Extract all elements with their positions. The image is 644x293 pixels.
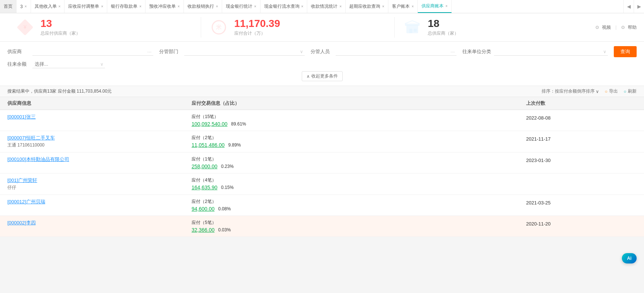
filter-balance: 往来余额 ∨ [7,60,105,68]
nav-close-customer-ledger[interactable]: × [412,4,414,8]
supplier-info-1: [000007]恒旺二手叉车王通 17106110000 [7,135,192,148]
store-icon [402,17,423,38]
nav-item-overdue-ar[interactable]: 超期应收款查询× [346,0,388,13]
person-input[interactable] [336,48,449,55]
dept-dropdown-icon[interactable]: ∨ [298,49,305,54]
divider: ｜ [614,24,618,31]
table-row: [000007]恒旺二手叉车王通 17106110000应付（2笔）11,051… [0,131,644,152]
nav-arrow-right[interactable]: ▶ [634,0,644,13]
trans-label-2: 应付（1笔） [192,156,526,162]
balance-input-wrap: ∨ [32,60,105,68]
supplier-input-wrap: ··· [32,48,153,56]
trans-amount-5[interactable]: 32,366.00 [192,227,214,233]
filter-unit-type: 往来单位分类 ∨ [462,48,608,56]
supplier-link-1[interactable]: [000007]恒旺二手叉车 [7,135,192,141]
nav-close-prepay-ar[interactable]: × [178,4,180,8]
nav-item-receipt-verify[interactable]: 收款核销执行× [184,0,222,13]
balance-input[interactable] [32,60,99,68]
transaction-info-0: 应付（15笔）100,092,540.0089.61% [192,114,526,127]
nav-close-overdue-ar[interactable]: × [382,4,384,8]
nav-arrow-left[interactable]: ◀ [623,0,634,13]
table-row: [000001]张三应付（15笔）100,092,540.0089.61%202… [0,110,644,131]
col-header-supplier: 供应商信息 [7,100,192,107]
transaction-info-5: 应付（5笔）32,366.000.03% [192,220,526,233]
result-summary: 搜索结果中，供应商13家 应付金额 111,703,854.00元 [7,88,112,94]
nav-item-prepay-ar[interactable]: 预收冲应收单× [146,0,184,13]
supplier-link-2[interactable]: [000100]本特勤油品有限公司 [7,156,192,163]
nav-item-home[interactable]: 首页 [0,0,17,13]
unit-type-input[interactable] [494,48,602,55]
trans-label-5: 应付（5笔） [192,220,526,226]
nav-item-receipt-stat[interactable]: 收款情况统计× [307,0,346,13]
collapse-button[interactable]: ∧ 收起更多条件 [302,71,343,81]
stat-total-payable-amount: 米 11,170.39 应付合计（万） [201,17,395,38]
stat-total-payable-suppliers: ¥ 13 总应付供应商（家） [7,17,201,38]
nav-item-cash-bank-flow[interactable]: 现金银行流水查询× [260,0,308,13]
grain-icon: 米 [209,17,229,38]
sort-button[interactable]: 排序：按应付余额倒序排序 ∨ [542,88,599,94]
filter-row-2: 往来余额 ∨ [7,60,637,68]
col-header-transaction: 应付交易信息（占比） [192,100,526,107]
supplier-link-4[interactable]: [000012]广州贝瑞 [7,199,192,205]
nav-item-customer-ledger[interactable]: 客户账本× [388,0,418,13]
supplier-link-5[interactable]: [000002]李四 [7,220,192,226]
nav-close-receipt-verify[interactable]: × [216,4,218,8]
nav-item-other-income[interactable]: 其他收入单× [31,0,65,13]
export-label: 导出 [609,88,618,94]
nav-item-cash-bank-stat[interactable]: 现金银行统计× [222,0,260,13]
last-payment-0: 2022-08-08 [526,114,637,121]
last-payment-3 [526,177,637,179]
supplier-label: 供应商 [7,48,29,55]
svg-text:米: 米 [216,24,222,30]
nav-close-cash-bank-stat[interactable]: × [254,4,256,8]
nav-item-bank-deposit[interactable]: 银行存取款单× [107,0,146,13]
balance-dropdown-icon[interactable]: ∨ [99,62,105,67]
nav-item-supplier-ledger[interactable]: 供应商账本× [418,0,452,13]
unit-type-dropdown-icon[interactable]: ∨ [602,49,608,54]
stat-total-suppliers: 18 总供应商（家） [395,17,588,38]
trans-amount-1[interactable]: 11,051,486.00 [192,142,225,148]
trans-amount-0[interactable]: 100,092,540.00 [192,121,227,127]
trans-amount-4[interactable]: 94,600.00 [192,206,214,212]
refresh-circle-icon: ○ [624,89,626,94]
result-info-bar: 搜索结果中，供应商13家 应付金额 111,703,854.00元 排序：按应付… [0,86,644,97]
supplier-info-3: [001]广州荣轩仔仔 [7,177,192,191]
supplier-link-3[interactable]: [001]广州荣轩 [7,177,192,184]
unit-type-input-wrap: ∨ [494,48,608,56]
query-button[interactable]: 查询 [614,46,637,57]
chevron-up-icon: ∧ [307,74,310,79]
transaction-info-2: 应付（1笔）258,000.000.23% [192,156,526,169]
nav-close-cash-bank-flow[interactable]: × [301,4,304,8]
video-link[interactable]: 视频 [602,24,611,31]
stat-total-suppliers-label: 总供应商（家） [428,30,459,37]
supplier-info-5: [000002]李四 [7,220,192,226]
svg-line-8 [405,21,412,24]
refresh-button[interactable]: ○ 刷新 [624,88,637,94]
nav-close-supplier-ledger[interactable]: × [445,4,448,8]
nav-close-tab3[interactable]: × [25,4,27,8]
export-button[interactable]: ○ 导出 [605,88,618,94]
supplier-input[interactable] [32,48,146,55]
supplier-dots-icon[interactable]: ··· [146,49,153,55]
nav-item-tab3[interactable]: 3× [17,0,31,13]
stat-payable-suppliers-number: 13 [41,18,80,30]
supplier-link-0[interactable]: [000001]张三 [7,114,192,120]
nav-close-ar-ap-adjust[interactable]: × [101,4,103,8]
table-area: 供应商信息 应付交易信息（占比） 上次付数 [000001]张三应付（15笔）1… [0,97,644,237]
trans-amount-2[interactable]: 258,000.00 [192,163,217,169]
nav-close-other-income[interactable]: × [59,4,61,8]
table-row: [001]广州荣轩仔仔应付（4笔）164,635.900.15% [0,173,644,195]
trans-label-1: 应付（2笔） [192,135,526,141]
nav-close-receipt-stat[interactable]: × [339,4,342,8]
nav-item-ar-ap-adjust[interactable]: 应收应付调整单× [64,0,107,13]
last-payment-5: 2020-11-20 [526,220,637,227]
person-dots-icon[interactable]: ··· [449,49,456,55]
help-link[interactable]: 帮助 [628,24,637,31]
dept-input[interactable] [184,48,299,55]
nav-close-bank-deposit[interactable]: × [139,4,141,8]
trans-amount-3[interactable]: 164,635.90 [192,185,217,190]
result-right-controls: 排序：按应付余额倒序排序 ∨ ○ 导出 ○ 刷新 [542,88,637,94]
filter-dept: 分管部门 ∨ [159,48,305,56]
help-icon: ⊙ [621,25,625,30]
stat-amount-number: 11,170.39 [234,18,280,30]
